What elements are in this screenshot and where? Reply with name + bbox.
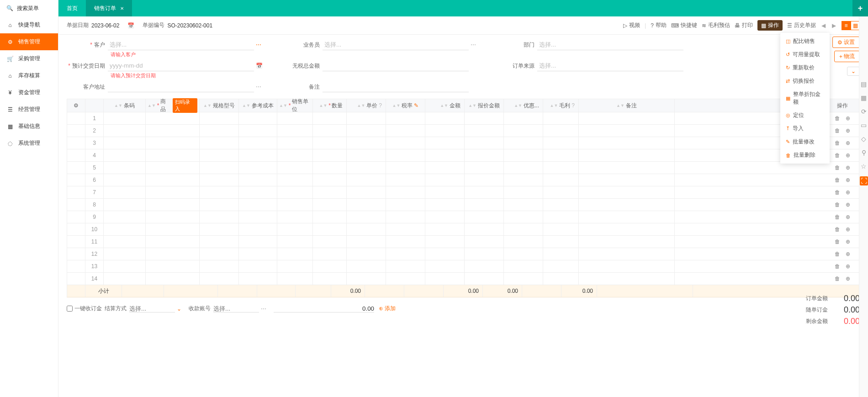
col-price[interactable]: ▲▼单价? (347, 99, 386, 112)
sidebar-item-inventory[interactable]: ⌂ 库存核算 (0, 67, 58, 84)
table-row[interactable]: 6🗑⊕ (67, 174, 859, 186)
customer-input[interactable] (108, 39, 254, 50)
col-settings[interactable]: ⚙ (67, 99, 85, 112)
calendar-icon[interactable]: 📅 (256, 63, 263, 69)
add-row-icon[interactable]: ⊕ (846, 251, 850, 257)
operate-button[interactable]: ▦操作 (757, 20, 783, 31)
more-icon[interactable]: ⋯ (256, 42, 261, 48)
remark-input[interactable] (323, 81, 469, 92)
more-icon[interactable]: ⋯ (256, 84, 261, 90)
add-row-icon[interactable]: ⊕ (846, 201, 850, 208)
col-qty[interactable]: ▲▼*数量 (313, 99, 347, 112)
add-link[interactable]: ⊕ 添加 (379, 305, 396, 312)
table-row[interactable]: 10🗑⊕ (67, 223, 859, 236)
rail-icon-2[interactable]: ▦ (861, 94, 867, 101)
edit-icon[interactable]: ✎ (414, 102, 418, 109)
delete-row-icon[interactable]: 🗑 (835, 251, 840, 257)
tab-sales-order[interactable]: 销售订单 ✕ (86, 0, 132, 16)
sidebar-item-system[interactable]: ◌ 系统管理 (0, 135, 58, 152)
tab-close-icon[interactable]: ✕ (120, 6, 124, 11)
col-amount[interactable]: ▲▼金额 (425, 99, 465, 112)
prev-doc-button[interactable]: ◀ (820, 22, 826, 29)
table-row[interactable]: 5🗑⊕ (67, 162, 859, 174)
col-spec[interactable]: ▲▼规格型号 (200, 99, 239, 112)
more-icon[interactable]: ⋯ (471, 42, 476, 48)
delete-row-icon[interactable]: 🗑 (835, 115, 840, 122)
delete-row-icon[interactable]: 🗑 (835, 127, 840, 134)
rail-icon-5[interactable]: ◇ (861, 135, 866, 143)
delete-row-icon[interactable]: 🗑 (835, 152, 840, 159)
col-unit[interactable]: ▲▼*销售单位 (277, 99, 313, 112)
add-row-icon[interactable]: ⊕ (846, 226, 850, 233)
col-note[interactable]: ▲▼备注 (579, 99, 675, 112)
dropdown-item-order-discount[interactable]: ▦整单折扣金额 (780, 88, 830, 109)
add-row-icon[interactable]: ⊕ (846, 177, 850, 183)
table-row[interactable]: 1🗑⊕ (67, 112, 859, 125)
deposit-checkbox[interactable] (67, 306, 73, 312)
dropdown-item-switch-quote[interactable]: ⇄切换报价 (780, 74, 830, 88)
view-list-button[interactable]: ≡ (842, 21, 851, 30)
delete-row-icon[interactable]: 🗑 (835, 189, 840, 196)
add-row-icon[interactable]: ⊕ (846, 189, 850, 196)
rail-icon-1[interactable]: ▤ (861, 80, 867, 88)
sidebar-item-basicinfo[interactable]: ▦ 基础信息 (0, 118, 58, 135)
more-icon[interactable]: ⋯ (261, 306, 266, 312)
print-button[interactable]: 🖶打印 (735, 21, 753, 29)
salesman-input[interactable] (323, 39, 469, 50)
delete-row-icon[interactable]: 🗑 (835, 140, 840, 146)
sidebar-item-sales[interactable]: ⚙ 销售管理 (0, 33, 58, 50)
col-tax[interactable]: ▲▼税率✎ (386, 99, 425, 112)
help-button[interactable]: ?帮助 (651, 21, 667, 29)
table-row[interactable]: 13🗑⊕ (67, 260, 859, 273)
col-discount[interactable]: ▲▼优惠... (504, 99, 543, 112)
delete-row-icon[interactable]: 🗑 (835, 177, 840, 183)
table-row[interactable]: 12🗑⊕ (67, 248, 859, 260)
table-row[interactable]: 2🗑⊕ (67, 125, 859, 137)
amount-extax-input[interactable] (323, 60, 469, 71)
tab-add-button[interactable]: + (852, 0, 868, 16)
sidebar-item-purchase[interactable]: 🛒 采购管理 (0, 50, 58, 67)
table-row[interactable]: 9🗑⊕ (67, 211, 859, 223)
next-doc-button[interactable]: ▶ (831, 22, 837, 29)
delete-row-icon[interactable]: 🗑 (835, 201, 840, 208)
source-input[interactable] (537, 60, 683, 71)
history-button[interactable]: ☰历史单据 (787, 21, 816, 29)
add-row-icon[interactable]: ⊕ (846, 115, 850, 122)
table-row[interactable]: 4🗑⊕ (67, 149, 859, 162)
add-row-icon[interactable]: ⊕ (846, 164, 850, 171)
profit-button[interactable]: ≋毛利预估 (702, 21, 730, 29)
sidebar-item-funds[interactable]: ¥ 资金管理 (0, 84, 58, 101)
add-row-icon[interactable]: ⊕ (846, 238, 850, 245)
sidebar-item-quicknav[interactable]: ⌂ 快捷导航 (0, 16, 58, 33)
add-row-icon[interactable]: ⊕ (846, 214, 850, 220)
account-select[interactable] (213, 305, 259, 312)
video-button[interactable]: ▷视频 (623, 21, 640, 29)
address-input[interactable] (108, 81, 254, 92)
shortcut-button[interactable]: ⌨快捷键 (671, 21, 697, 29)
delivery-input[interactable] (108, 60, 254, 71)
add-row-icon[interactable]: ⊕ (846, 275, 850, 282)
table-row[interactable]: 14🗑⊕ (67, 273, 859, 285)
rail-icon-4[interactable]: ▭ (861, 122, 867, 129)
col-quote[interactable]: ▲▼报价金额 (465, 99, 504, 112)
rail-icon-star[interactable]: ☆ (861, 163, 867, 170)
tab-home[interactable]: 首页 (58, 0, 86, 16)
dropdown-item-batch-edit[interactable]: ✎批量修改 (780, 135, 830, 148)
delete-row-icon[interactable]: 🗑 (835, 164, 840, 171)
add-row-icon[interactable]: ⊕ (846, 140, 850, 146)
rail-icon-3[interactable]: ⟳ (861, 108, 867, 115)
collapse-toggle-2[interactable]: ⌄ (847, 67, 860, 76)
col-profit[interactable]: ▲▼毛利? (543, 99, 579, 112)
delete-row-icon[interactable]: 🗑 (835, 214, 840, 220)
scan-badge[interactable]: 扫码录入 (173, 98, 197, 113)
search-menu[interactable]: 🔍 搜索菜单 (0, 0, 58, 16)
sidebar-item-business[interactable]: ☰ 经营管理 (0, 101, 58, 118)
dropdown-item-batch-delete[interactable]: 🗑批量删除 (780, 148, 830, 162)
delete-row-icon[interactable]: 🗑 (835, 226, 840, 233)
settle-select[interactable] (129, 305, 175, 312)
settings-button[interactable]: ⚙设置 (832, 37, 860, 48)
table-row[interactable]: 11🗑⊕ (67, 236, 859, 248)
dropdown-item-ratio-sale[interactable]: ◫配比销售 (780, 35, 830, 48)
add-row-icon[interactable]: ⊕ (846, 152, 850, 159)
add-row-icon[interactable]: ⊕ (846, 263, 850, 270)
